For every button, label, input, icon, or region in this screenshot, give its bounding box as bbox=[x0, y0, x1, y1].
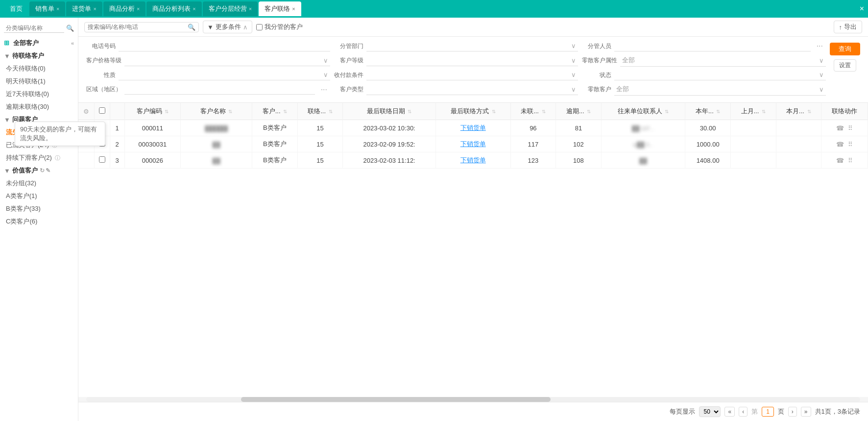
sort-type-icon[interactable]: ⇅ bbox=[283, 109, 287, 114]
sort-contact-icon[interactable]: ⇅ bbox=[329, 109, 333, 114]
col-this-month[interactable]: 本月... ⇅ bbox=[776, 103, 821, 120]
col-no-contact[interactable]: 未联... ⇅ bbox=[510, 103, 556, 120]
close-sales-icon[interactable]: × bbox=[56, 6, 59, 12]
per-page-select[interactable]: 50 bbox=[699, 406, 721, 417]
scrollbar-thumb[interactable] bbox=[241, 397, 551, 402]
payment-select[interactable]: ∨ bbox=[366, 70, 578, 80]
col-contact[interactable]: 联络... ⇅ bbox=[297, 103, 343, 120]
row-last-contact-way: 下销货单 bbox=[435, 120, 510, 136]
col-overdue[interactable]: 逾期... ⇅ bbox=[556, 103, 602, 120]
action-more-icon[interactable]: ⠿ bbox=[848, 141, 853, 148]
sort-lm-icon[interactable]: ⇅ bbox=[762, 109, 766, 114]
query-button[interactable]: 查询 bbox=[830, 43, 860, 55]
customer-type-select[interactable]: ∨ bbox=[366, 84, 578, 95]
sidebar-item-declining[interactable]: 持续下滑客户(2) ⓘ bbox=[0, 151, 78, 164]
person-input[interactable] bbox=[614, 41, 811, 51]
close-product-analysis-icon[interactable]: × bbox=[137, 6, 140, 12]
sidebar-search-input[interactable] bbox=[4, 24, 64, 33]
action-contact-icon[interactable]: ☎ bbox=[836, 141, 844, 148]
export-button[interactable]: ↑ 导出 bbox=[834, 21, 863, 33]
sort-lcw-icon[interactable]: ⇅ bbox=[492, 109, 496, 114]
sidebar-item-ungrouped[interactable]: 未分组(32) bbox=[0, 177, 78, 190]
nav-tab-home[interactable]: 首页 bbox=[4, 1, 28, 16]
grid-icon: ⊞ bbox=[4, 39, 9, 47]
contact-way-link[interactable]: 下销货单 bbox=[460, 124, 486, 131]
retail-customer-select[interactable]: 全部 ∨ bbox=[614, 83, 826, 96]
contact-way-link[interactable]: 下销货单 bbox=[460, 156, 486, 164]
price-tier-select[interactable]: ∨ bbox=[124, 55, 330, 66]
retail-attr-select[interactable]: 全部 ∨ bbox=[620, 54, 826, 67]
sidebar-item-class-a[interactable]: A类客户(1) bbox=[0, 190, 78, 202]
sidebar-pending-contact-header[interactable]: ▼ 待联络客户 bbox=[0, 50, 78, 62]
action-contact-icon[interactable]: ☎ bbox=[836, 157, 844, 164]
horizontal-scrollbar[interactable] bbox=[86, 397, 860, 402]
col-last-month[interactable]: 上月... ⇅ bbox=[730, 103, 776, 120]
nav-tab-sales[interactable]: 销售单 × bbox=[29, 1, 65, 16]
close-purchase-icon[interactable]: × bbox=[93, 6, 96, 12]
last-page-button[interactable]: » bbox=[801, 407, 811, 417]
sort-overdue-icon[interactable]: ⇅ bbox=[587, 109, 591, 114]
refresh-icon[interactable]: ↻ bbox=[40, 167, 45, 174]
col-last-contact-way[interactable]: 最后联络方式 ⇅ bbox=[435, 103, 510, 120]
sort-nc-icon[interactable]: ⇅ bbox=[542, 109, 546, 114]
sidebar-item-class-b[interactable]: B类客户(33) bbox=[0, 202, 78, 215]
main-search-input[interactable] bbox=[88, 24, 186, 30]
action-more-icon[interactable]: ⠿ bbox=[848, 157, 853, 164]
edit-icon[interactable]: ✎ bbox=[46, 167, 50, 174]
nav-tab-purchase[interactable]: 进货单 × bbox=[66, 1, 102, 16]
col-type[interactable]: 客户... ⇅ bbox=[252, 103, 298, 120]
my-customers-wrap[interactable]: 我分管的客户 bbox=[256, 23, 303, 31]
sidebar-collapse-icon[interactable]: « bbox=[71, 40, 74, 46]
col-settings[interactable]: ⚙ bbox=[78, 103, 94, 120]
sidebar-item-today-contact[interactable]: 今天待联络(0) bbox=[0, 62, 78, 75]
nav-tab-product-analysis[interactable]: 商品分析 × bbox=[103, 1, 145, 16]
region-input[interactable] bbox=[124, 84, 315, 95]
first-page-button[interactable]: « bbox=[724, 407, 735, 417]
sidebar-item-overdue-contact[interactable]: 逾期未联络(30) bbox=[0, 100, 78, 113]
select-all-checkbox[interactable] bbox=[99, 107, 105, 114]
action-more-icon[interactable]: ⠿ bbox=[848, 124, 853, 132]
my-customers-checkbox[interactable] bbox=[256, 24, 263, 30]
sidebar-search-icon[interactable]: 🔍 bbox=[66, 25, 74, 32]
nav-tab-product-analysis-list[interactable]: 商品分析列表 × bbox=[146, 1, 201, 16]
region-more-icon[interactable]: ··· bbox=[318, 84, 330, 95]
dept-select[interactable]: ∨ bbox=[366, 41, 578, 51]
nature-select[interactable]: ∨ bbox=[119, 70, 330, 80]
main-search-icon[interactable]: 🔍 bbox=[188, 24, 195, 31]
phone-input[interactable] bbox=[119, 41, 330, 51]
action-contact-icon[interactable]: ☎ bbox=[836, 124, 844, 132]
close-product-analysis-list-icon[interactable]: × bbox=[193, 6, 195, 12]
sort-uc-icon[interactable]: ⇅ bbox=[665, 109, 669, 114]
col-code[interactable]: 客户编码 ⇅ bbox=[124, 103, 181, 120]
sidebar: 🔍 ⊞ 全部客户 « ▼ 待联络客户 今天待联络(0) 明天待联络(1) 近7天… bbox=[0, 18, 78, 421]
table-settings-gear-icon[interactable]: ⚙ bbox=[83, 108, 89, 115]
col-this-year[interactable]: 本年... ⇅ bbox=[685, 103, 731, 120]
col-unit-contact[interactable]: 往来单位联系人 ⇅ bbox=[601, 103, 685, 120]
sidebar-item-class-c[interactable]: C类客户(6) bbox=[0, 215, 78, 228]
sidebar-item-tomorrow-contact[interactable]: 明天待联络(1) bbox=[0, 75, 78, 88]
sidebar-value-customers-header[interactable]: ▼ 价值客户 ↻ ✎ bbox=[0, 164, 78, 177]
close-customer-contact-icon[interactable]: × bbox=[292, 6, 295, 12]
prev-page-button[interactable]: ‹ bbox=[739, 407, 747, 417]
status-select[interactable]: ∨ bbox=[614, 70, 826, 80]
sidebar-item-7day-contact[interactable]: 近7天待联络(0) bbox=[0, 88, 78, 100]
col-name[interactable]: 客户名称 ⇅ bbox=[181, 103, 252, 120]
nav-tab-customer-contact[interactable]: 客户联络 × bbox=[259, 1, 301, 16]
filter-settings-button[interactable]: 设置 bbox=[834, 59, 856, 72]
all-customers-header[interactable]: ⊞ 全部客户 « bbox=[0, 37, 78, 50]
close-customer-tier-icon[interactable]: × bbox=[249, 6, 252, 12]
sort-ty-icon[interactable]: ⇅ bbox=[716, 109, 720, 114]
more-conditions-button[interactable]: ▼ 更多条件 ∧ bbox=[203, 21, 252, 33]
next-page-button[interactable]: › bbox=[788, 407, 797, 417]
close-all-button[interactable]: × bbox=[860, 4, 864, 13]
col-last-contact-date[interactable]: 最后联络日期 ⇅ bbox=[343, 103, 436, 120]
sort-tm-icon[interactable]: ⇅ bbox=[807, 109, 811, 114]
sort-name-icon[interactable]: ⇅ bbox=[228, 109, 232, 114]
customer-tier-select[interactable]: ∨ bbox=[366, 55, 578, 66]
contact-way-link[interactable]: 下销货单 bbox=[460, 140, 486, 148]
sort-lcd-icon[interactable]: ⇅ bbox=[408, 109, 411, 114]
nav-tab-customer-tier[interactable]: 客户分层经营 × bbox=[203, 1, 258, 16]
sort-code-icon[interactable]: ⇅ bbox=[165, 109, 169, 114]
person-more-icon[interactable]: ··· bbox=[814, 41, 826, 51]
row-checkbox[interactable] bbox=[99, 156, 105, 163]
